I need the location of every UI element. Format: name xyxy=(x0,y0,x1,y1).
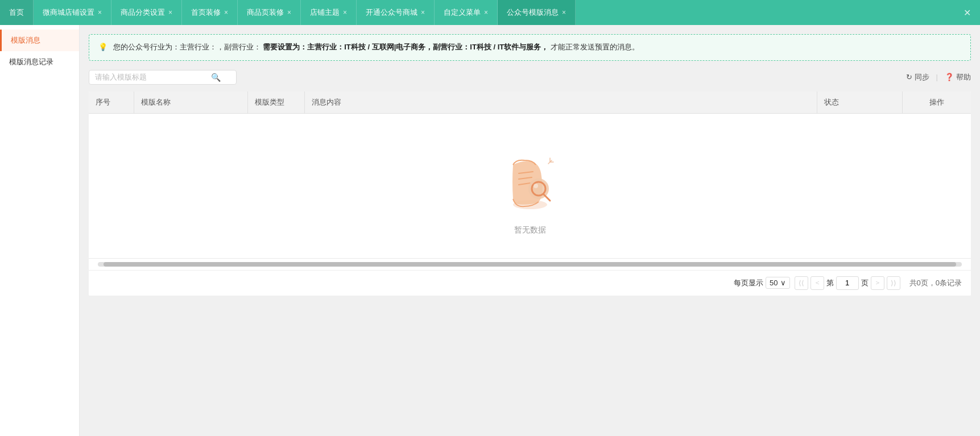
empty-state: 暂无数据 xyxy=(89,114,971,258)
page-size-select: 每页显示 50 ∨ xyxy=(734,277,789,289)
prev-page-button[interactable]: ＜ xyxy=(811,276,824,290)
empty-text: 暂无数据 xyxy=(514,225,546,235)
nav-tab-custom-menu-label: 自定义菜单 xyxy=(444,7,481,18)
last-page-button[interactable]: ⟩⟩ xyxy=(887,276,900,290)
next-page-button[interactable]: ＞ xyxy=(871,276,884,290)
search-actions: ↻ 同步 | ❓ 帮助 xyxy=(906,72,971,82)
dropdown-arrow-icon: ∨ xyxy=(780,279,786,287)
scrollbar-wrap xyxy=(89,258,971,270)
nav-tab-template-msg-label: 公众号模版消息 xyxy=(507,7,559,18)
nav-tab-custom-menu[interactable]: 自定义菜单 × xyxy=(435,0,498,25)
th-seq: 序号 xyxy=(89,92,134,113)
nav-tab-home-decor-label: 首页装修 xyxy=(191,7,221,18)
nav-tab-wechat-shop[interactable]: 开通公众号商城 × xyxy=(357,0,435,25)
page-nav: ⟨⟨ ＜ 第 页 ＞ ⟩⟩ xyxy=(795,276,900,290)
sidebar: 模版消息 模版消息记录 xyxy=(0,25,80,436)
th-status: 状态 xyxy=(817,92,903,113)
first-page-button[interactable]: ⟨⟨ xyxy=(795,276,808,290)
main-layout: 模版消息 模版消息记录 💡 您的公众号行业为：主营行业：，副营行业： 需要设置为… xyxy=(0,25,980,436)
search-input[interactable] xyxy=(95,73,209,81)
info-banner: 💡 您的公众号行业为：主营行业：，副营行业： 需要设置为：主营行业：IT科技 /… xyxy=(89,34,971,61)
nav-tab-theme[interactable]: 店铺主题 × xyxy=(301,0,357,25)
page-size-label: 每页显示 xyxy=(734,278,763,288)
empty-icon xyxy=(496,148,564,216)
bulb-icon: 💡 xyxy=(98,43,107,51)
sync-button[interactable]: ↻ 同步 xyxy=(906,72,929,82)
nav-tab-home-decor[interactable]: 首页装修 × xyxy=(182,0,238,25)
content-area: 💡 您的公众号行业为：主营行业：，副营行业： 需要设置为：主营行业：IT科技 /… xyxy=(80,25,980,436)
svg-point-7 xyxy=(534,184,538,188)
nav-tab-home-label: 首页 xyxy=(9,7,24,18)
th-content-label: 消息内容 xyxy=(312,98,341,106)
nav-tab-home[interactable]: 首页 xyxy=(0,0,34,25)
th-seq-label: 序号 xyxy=(96,98,110,106)
help-icon: ❓ xyxy=(945,73,954,81)
pagination: 每页显示 50 ∨ ⟨⟨ ＜ 第 页 ＞ ⟩⟩ 共0页，0条记录 xyxy=(89,270,971,296)
close-all-button[interactable]: ✕ xyxy=(954,7,980,18)
page-input[interactable] xyxy=(836,276,859,290)
sidebar-item-template-msg-label: 模版消息 xyxy=(11,36,40,44)
nav-tab-theme-close[interactable]: × xyxy=(343,9,347,16)
help-button[interactable]: ❓ 帮助 xyxy=(945,72,971,82)
fake-scrollbar[interactable] xyxy=(98,262,962,267)
nav-tab-product-decor-label: 商品页装修 xyxy=(247,7,284,18)
page-label-pre: 第 xyxy=(826,278,834,288)
th-type: 模版类型 xyxy=(248,92,305,113)
nav-tab-wechat-shop-label: 开通公众号商城 xyxy=(366,7,417,18)
sidebar-item-template-msg[interactable]: 模版消息 xyxy=(0,30,79,51)
th-name: 模版名称 xyxy=(134,92,248,113)
th-action: 操作 xyxy=(903,92,971,113)
help-label: 帮助 xyxy=(956,72,971,82)
sidebar-item-template-msg-record[interactable]: 模版消息记录 xyxy=(0,51,79,73)
nav-tab-template-msg-close[interactable]: × xyxy=(562,9,566,16)
nav-tab-shop-setting[interactable]: 微商城店铺设置 × xyxy=(34,0,111,25)
th-name-label: 模版名称 xyxy=(141,98,171,106)
info-banner-prefix: 您的公众号行业为：主营行业：，副营行业： xyxy=(113,43,261,51)
page-label-post: 页 xyxy=(861,278,869,288)
search-icon[interactable]: 🔍 xyxy=(211,73,221,82)
table: 序号 模版名称 模版类型 消息内容 状态 操作 xyxy=(89,92,971,296)
nav-tab-category-label: 商品分类设置 xyxy=(121,7,165,18)
sync-label: 同步 xyxy=(915,72,929,82)
th-type-label: 模版类型 xyxy=(255,98,284,106)
nav-tab-product-decor[interactable]: 商品页装修 × xyxy=(238,0,301,25)
nav-tab-theme-label: 店铺主题 xyxy=(310,7,340,18)
nav-tab-template-msg[interactable]: 公众号模版消息 × xyxy=(498,0,576,25)
info-banner-suffix: 才能正常发送预置的消息。 xyxy=(551,43,639,51)
table-header: 序号 模版名称 模版类型 消息内容 状态 操作 xyxy=(89,92,971,114)
nav-tab-category-close[interactable]: × xyxy=(168,9,172,16)
nav-tab-custom-menu-close[interactable]: × xyxy=(484,9,488,16)
divider: | xyxy=(936,73,938,81)
nav-tab-shop-setting-label: 微商城店铺设置 xyxy=(43,7,94,18)
nav-tab-category[interactable]: 商品分类设置 × xyxy=(111,0,182,25)
search-bar: 🔍 ↻ 同步 | ❓ 帮助 xyxy=(89,70,971,85)
page-size-dropdown[interactable]: 50 ∨ xyxy=(766,277,789,289)
svg-line-6 xyxy=(544,194,550,201)
nav-tab-product-decor-close[interactable]: × xyxy=(287,9,291,16)
nav-tab-shop-setting-close[interactable]: × xyxy=(98,9,102,16)
nav-tab-home-decor-close[interactable]: × xyxy=(224,9,228,16)
top-nav: 首页 微商城店铺设置 × 商品分类设置 × 首页装修 × 商品页装修 × 店铺主… xyxy=(0,0,980,25)
sidebar-item-template-msg-record-label: 模版消息记录 xyxy=(9,57,53,66)
total-info: 共0页，0条记录 xyxy=(909,278,962,288)
nav-tab-wechat-shop-close[interactable]: × xyxy=(421,9,425,16)
sync-icon: ↻ xyxy=(906,73,912,81)
info-banner-highlight: 需要设置为：主营行业：IT科技 / 互联网|电子商务，副营行业：IT科技 / I… xyxy=(263,43,548,51)
search-input-wrap: 🔍 xyxy=(89,70,237,85)
scrollbar-thumb xyxy=(104,262,956,267)
th-content: 消息内容 xyxy=(305,92,817,113)
th-status-label: 状态 xyxy=(824,98,839,106)
page-size-value: 50 xyxy=(770,279,778,287)
th-action-label: 操作 xyxy=(929,98,944,106)
